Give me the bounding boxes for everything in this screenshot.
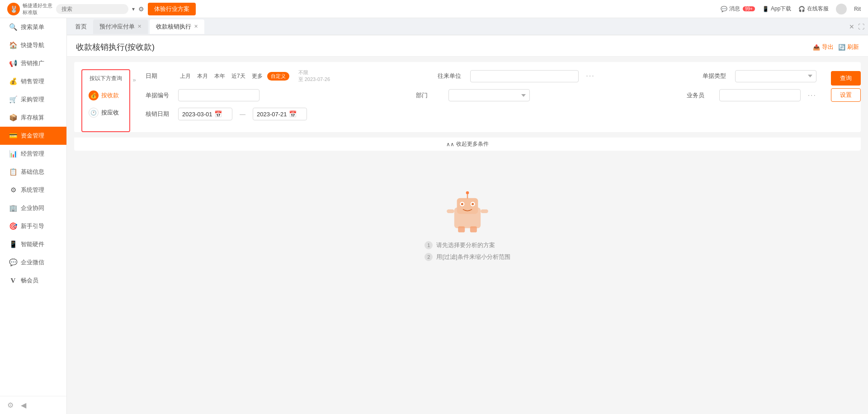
- verify-date-start-picker[interactable]: 2023-03-01 📅: [178, 108, 232, 120]
- sidebar-item-sales[interactable]: 💰 销售管理: [0, 72, 66, 90]
- settings-icon[interactable]: ⚙: [138, 5, 144, 13]
- calendar-end-icon[interactable]: 📅: [289, 110, 297, 118]
- calendar-start-icon[interactable]: 📅: [214, 110, 222, 118]
- tab-prepay[interactable]: 预付冲应付单 ✕: [93, 19, 148, 34]
- this-month-btn[interactable]: 本月: [195, 71, 210, 81]
- staff-more-icon[interactable]: ···: [808, 91, 816, 100]
- sidebar-item-hardware[interactable]: 📱 智能硬件: [0, 235, 66, 253]
- tab-close-all-icon[interactable]: ✕: [849, 23, 854, 30]
- operation-icon: 📊: [9, 150, 17, 158]
- purchase-icon: 🛒: [9, 95, 17, 104]
- sidebar-item-guide[interactable]: 🎯 新手引导: [0, 217, 66, 235]
- svg-point-3: [461, 203, 463, 205]
- dept-select[interactable]: [448, 89, 530, 101]
- sidebar-item-system[interactable]: ⚙ 系统管理: [0, 181, 66, 199]
- sidebar-item-purchase[interactable]: 🛒 采购管理: [0, 90, 66, 109]
- last-7-days-btn[interactable]: 近7天: [230, 71, 247, 81]
- page-title: 收款核销执行(按收款): [76, 42, 155, 52]
- sidebar-item-label: 系统管理: [21, 186, 44, 194]
- refresh-button[interactable]: 🔄 刷新: [838, 43, 859, 51]
- tab-prepay-close[interactable]: ✕: [137, 24, 142, 29]
- sidebar-item-marketing[interactable]: 📢 营销推广: [0, 54, 66, 72]
- sidebar-item-finance[interactable]: 💳 资金管理: [0, 127, 66, 145]
- sidebar-item-inventory[interactable]: 📦 库存核算: [0, 109, 66, 127]
- collapse-more-icon: ∧∧: [446, 141, 454, 148]
- sidebar-item-label: 企业协同: [21, 204, 44, 212]
- tab-receive[interactable]: 收款核销执行 ✕: [150, 19, 204, 34]
- app-download-button[interactable]: 📱 App下载: [762, 5, 791, 13]
- collapse-more-row[interactable]: ∧∧ 收起更多条件: [74, 138, 861, 151]
- filter-settings-button[interactable]: 设置: [831, 88, 861, 102]
- empty-tips: 1 请先选择要分析的方案 2 用[过滤]条件来缩小分析范围: [425, 241, 510, 261]
- staff-input[interactable]: [719, 89, 801, 101]
- tab-bar-actions: ✕ ⛶: [849, 23, 864, 30]
- sidebar-item-enterprise[interactable]: 🏢 企业协同: [0, 199, 66, 217]
- this-year-btn[interactable]: 本年: [212, 71, 227, 81]
- export-button[interactable]: 📤 导出: [813, 43, 834, 51]
- date-no-limit-text: 不限: [298, 69, 330, 76]
- filter-option-by-receipt[interactable]: 💰 按收款: [86, 87, 126, 104]
- hardware-icon: 📱: [9, 240, 17, 248]
- receipt-option-icon: 💰: [89, 90, 99, 100]
- partner-input[interactable]: [470, 70, 579, 82]
- query-button[interactable]: 查询: [831, 71, 861, 86]
- sidebar-item-search[interactable]: 🔍 搜索菜单: [0, 18, 66, 36]
- filter-right-form: 日期 上月 本月 本年 近7天 更多 自定义 不限 至 2023-07-26: [138, 69, 824, 132]
- page-header: 收款核销执行(按收款) 📤 导出 🔄 刷新: [67, 35, 868, 57]
- partner-more-icon[interactable]: ···: [586, 72, 594, 80]
- system-icon: ⚙: [9, 186, 17, 194]
- search-dropdown-icon[interactable]: ▾: [132, 6, 135, 12]
- voucher-no-input[interactable]: [178, 89, 259, 101]
- collapse-panel-arrow[interactable]: »: [130, 69, 138, 132]
- basic-icon: 📋: [9, 168, 17, 176]
- more-date-btn[interactable]: 更多: [250, 71, 264, 81]
- filter-option-by-receivable[interactable]: 🕐 按应收: [86, 104, 126, 121]
- sidebar-collapse-icon[interactable]: ◀: [21, 401, 26, 409]
- app-icon: 📱: [762, 6, 769, 12]
- tip-text-1: 请先选择要分析的方案: [436, 241, 495, 249]
- custom-date-btn[interactable]: 自定义: [267, 72, 289, 81]
- top-search-input[interactable]: [56, 4, 128, 14]
- filter-row-2: 单据编号 部门 业务员 ···: [146, 89, 816, 101]
- svg-rect-1: [457, 198, 478, 214]
- empty-state: 1 请先选择要分析的方案 2 用[过滤]条件来缩小分析范围: [67, 154, 868, 297]
- empty-tip-1: 1 请先选择要分析的方案: [425, 241, 510, 249]
- tab-receive-close[interactable]: ✕: [194, 24, 198, 29]
- last-month-btn[interactable]: 上月: [178, 71, 193, 81]
- industry-solution-button[interactable]: 体验行业方案: [148, 3, 196, 15]
- message-icon: 💬: [721, 6, 727, 12]
- voucher-type-select[interactable]: [735, 70, 816, 82]
- date-label: 日期: [146, 72, 171, 80]
- sidebar-item-label: 智能硬件: [21, 240, 44, 248]
- svg-point-5: [472, 203, 474, 205]
- sidebar-item-wechat[interactable]: 💬 企业微信: [0, 253, 66, 271]
- sidebar-bottom: ⚙ ◀: [0, 396, 66, 414]
- filter-area: 按以下方查询 💰 按收款 🕐 按应收 » 日期: [74, 62, 861, 132]
- sidebar-item-label: 新手引导: [21, 222, 44, 230]
- refresh-icon: 🔄: [838, 44, 845, 51]
- sidebar-item-operation[interactable]: 📊 经营管理: [0, 145, 66, 163]
- verify-date-end-value: 2023-07-21: [257, 111, 287, 118]
- sidebar-item-label: 畅会员: [21, 276, 38, 285]
- sidebar-item-basic[interactable]: 📋 基础信息: [0, 163, 66, 181]
- filter-option-label: 按应收: [101, 109, 119, 117]
- service-icon: 🎧: [798, 6, 805, 12]
- sidebar-item-member[interactable]: V 畅会员: [0, 271, 66, 290]
- filter-row-3: 核销日期 2023-03-01 📅 — 2023-07-21 📅: [146, 108, 816, 120]
- message-button[interactable]: 💬 消息 99+: [721, 5, 755, 13]
- sales-icon: 💰: [9, 77, 17, 86]
- tip-num-1: 1: [425, 241, 433, 249]
- tab-home[interactable]: 首页: [71, 19, 91, 34]
- page-content: 收款核销执行(按收款) 📤 导出 🔄 刷新 按以下方查询: [67, 35, 868, 414]
- tab-expand-icon[interactable]: ⛶: [858, 23, 864, 30]
- online-service-button[interactable]: 🎧 在线客服: [798, 5, 829, 13]
- sidebar-item-label: 营销推广: [21, 59, 44, 67]
- sidebar-settings-icon[interactable]: ⚙: [7, 401, 14, 409]
- svg-point-7: [466, 191, 469, 195]
- filter-panel-title: 按以下方查询: [86, 75, 126, 82]
- voucher-no-label: 单据编号: [146, 91, 171, 100]
- sidebar-item-quick-nav[interactable]: 🏠 快捷导航: [0, 36, 66, 54]
- verify-date-end-picker[interactable]: 2023-07-21 📅: [253, 108, 307, 120]
- sidebar-item-label: 销售管理: [21, 77, 44, 86]
- date-quick-select: 上月 本月 本年 近7天 更多 自定义: [178, 71, 289, 81]
